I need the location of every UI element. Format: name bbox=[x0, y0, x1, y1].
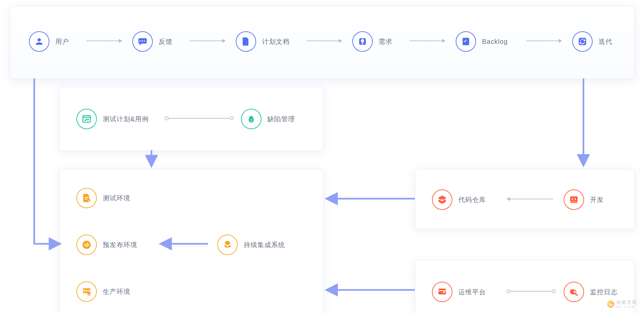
arrow-req-backlog bbox=[410, 41, 445, 41]
node-repo: 代码仓库 bbox=[432, 189, 486, 210]
test-env-icon bbox=[76, 188, 97, 208]
svg-rect-15 bbox=[570, 196, 578, 202]
repo-icon bbox=[432, 189, 452, 210]
label-pre-release: 预发布环境 bbox=[103, 241, 137, 249]
monitor-icon bbox=[564, 282, 584, 302]
node-prod: 生产环境 bbox=[76, 281, 130, 302]
watermark-brand: 创新互联 bbox=[616, 299, 637, 305]
code-env-icon bbox=[76, 235, 97, 255]
label-requirement: 需求 bbox=[379, 37, 392, 46]
diagram-canvas: 用户 反馈 计划文档 需求 Backlog 迭代 bbox=[0, 0, 644, 313]
idea-icon bbox=[352, 31, 373, 52]
flow-user-to-prerelease bbox=[34, 78, 59, 244]
label-ci: 持续集成系统 bbox=[244, 241, 285, 249]
label-test-env: 测试环境 bbox=[103, 194, 130, 203]
document-icon bbox=[236, 31, 256, 52]
ci-icon bbox=[217, 235, 238, 255]
server-icon bbox=[76, 281, 97, 302]
label-backlog: Backlog bbox=[482, 38, 508, 45]
bug-icon bbox=[241, 109, 261, 129]
node-pre-release: 预发布环境 bbox=[76, 235, 137, 255]
label-iteration: 迭代 bbox=[599, 37, 612, 46]
svg-point-11 bbox=[84, 289, 85, 290]
label-user: 用户 bbox=[55, 37, 69, 46]
label-prod: 生产环境 bbox=[103, 287, 130, 296]
node-plan-doc: 计划文档 bbox=[236, 31, 290, 52]
checklist-icon bbox=[456, 31, 476, 52]
label-ops: 运维平台 bbox=[458, 288, 486, 297]
watermark: 创新互联 HU LIAN bbox=[607, 299, 637, 308]
svg-point-19 bbox=[574, 291, 575, 292]
node-defect: 缺陷管理 bbox=[241, 109, 295, 129]
node-iteration: 迭代 bbox=[572, 31, 612, 52]
cycle-icon bbox=[572, 31, 593, 52]
label-dev: 开发 bbox=[590, 195, 604, 204]
develop-icon bbox=[564, 189, 584, 210]
arrow-backlog-iter bbox=[526, 41, 562, 41]
svg-point-5 bbox=[251, 121, 252, 122]
svg-rect-14 bbox=[442, 199, 443, 201]
box-planning bbox=[10, 6, 635, 79]
label-monitor: 监控日志 bbox=[590, 288, 618, 297]
svg-point-12 bbox=[84, 292, 85, 293]
node-user: 用户 bbox=[29, 31, 69, 52]
arrow-user-feedback bbox=[86, 41, 122, 41]
svg-point-7 bbox=[87, 199, 90, 202]
label-defect: 缺陷管理 bbox=[267, 115, 295, 124]
label-feedback: 反馈 bbox=[159, 37, 173, 46]
node-requirement: 需求 bbox=[352, 31, 392, 52]
svg-rect-20 bbox=[575, 294, 578, 296]
svg-rect-16 bbox=[570, 202, 578, 203]
test-plan-icon bbox=[76, 109, 97, 129]
node-monitor: 监控日志 bbox=[564, 282, 618, 302]
node-ci: 持续集成系统 bbox=[217, 235, 285, 255]
arrow-dev-repo bbox=[507, 199, 553, 199]
node-backlog: Backlog bbox=[456, 31, 508, 52]
connector-test-defect bbox=[168, 118, 230, 119]
watermark-sub: HU LIAN bbox=[616, 305, 637, 308]
svg-rect-1 bbox=[463, 38, 469, 45]
svg-point-13 bbox=[88, 293, 91, 296]
label-repo: 代码仓库 bbox=[458, 195, 486, 204]
node-dev: 开发 bbox=[564, 189, 604, 210]
label-test-plan: 测试计划&用例 bbox=[103, 115, 149, 124]
node-ops: 运维平台 bbox=[432, 282, 486, 302]
user-icon bbox=[29, 31, 49, 52]
connector-ops-monitor bbox=[510, 291, 552, 292]
feedback-icon bbox=[132, 31, 153, 52]
label-plan-doc: 计划文档 bbox=[262, 37, 290, 46]
arrow-plan-req bbox=[306, 41, 342, 41]
svg-point-6 bbox=[250, 116, 253, 119]
node-feedback: 反馈 bbox=[132, 31, 173, 52]
ops-icon bbox=[432, 282, 452, 302]
watermark-icon bbox=[607, 300, 614, 308]
arrow-feedback-plan bbox=[190, 41, 225, 41]
node-test-env: 测试环境 bbox=[76, 188, 130, 208]
node-test-plan: 测试计划&用例 bbox=[76, 109, 149, 129]
